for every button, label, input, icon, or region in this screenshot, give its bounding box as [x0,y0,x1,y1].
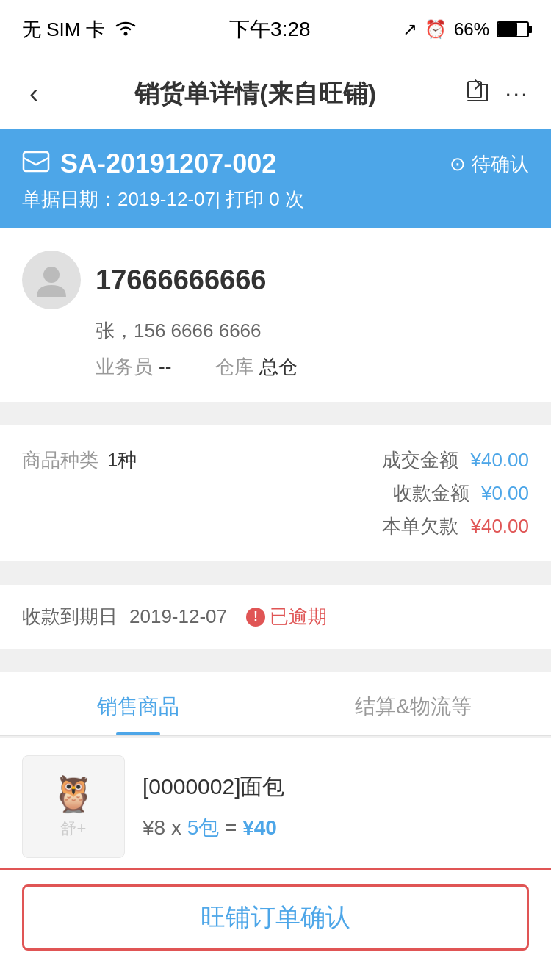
warehouse-label: 仓库 [215,354,253,380]
svg-point-0 [123,32,127,35]
more-icon[interactable]: ··· [505,80,529,107]
order-id-section: SA-20191207-002 [22,148,276,179]
date-value: 2019-12-07 [118,188,215,210]
svg-rect-2 [24,152,48,171]
category-value: 1种 [107,447,137,473]
svg-point-3 [43,267,60,283]
price-total: ¥40 [242,816,277,839]
alarm-icon: ⏰ [425,19,447,40]
tab-sales-products-label: 销售商品 [97,695,179,718]
summary-card: 商品种类 1种 成交金额 ¥40.00 收款金额 ¥0.00 本单欠款 ¥40.… [0,425,551,561]
received-label: 收款金额 [393,480,469,506]
customer-phone: 17666666666 [96,264,266,296]
location-icon: ↗ [403,19,417,40]
customer-card: 17666666666 张，156 6666 6666 业务员 -- 仓库 总仓 [0,228,551,402]
avatar [22,251,81,309]
product-price: ¥8 x 5包 = ¥40 [143,814,529,842]
tabs: 销售商品 结算&物流等 [0,672,551,735]
tab-settlement-logistics-label: 结算&物流等 [355,695,472,718]
overdue-icon: ! [246,608,265,627]
product-card: 🦉 舒+ [0000002]面包 ¥8 x 5包 = ¥40 [0,738,551,876]
bottom-button-wrap: 旺铺订单确认 [0,868,551,980]
price-quantity: 5包 [187,816,220,839]
received-row: 收款金额 ¥0.00 [393,480,529,506]
share-icon[interactable] [465,79,490,109]
overdue-badge: ! 已逾期 [246,604,327,630]
owed-value: ¥40.00 [470,515,529,538]
product-image-inner: 🦉 舒+ [51,774,96,840]
page-title: 销货单详情(来自旺铺) [134,77,376,111]
received-value: ¥0.00 [481,482,529,505]
status-text: 待确认 [472,151,529,177]
owed-label: 本单欠款 [382,514,458,539]
status-left: 无 SIM 卡 [22,17,137,43]
price-base: ¥8 x [143,816,187,839]
product-info: [0000002]面包 ¥8 x 5包 = ¥40 [143,772,529,842]
product-logo-icon: 🦉 [51,774,96,815]
tabs-container: 销售商品 结算&物流等 [0,672,551,736]
category-label: 商品种类 [22,447,98,473]
due-date-label: 收款到期日 [22,604,118,630]
print-label: | 打印 0 次 [215,188,304,210]
tab-sales-products[interactable]: 销售商品 [0,672,276,735]
status-right: ↗ ⏰ 66% [403,19,529,40]
clock-icon: ⊙ [450,153,466,176]
customer-meta: 业务员 -- 仓库 总仓 [96,354,529,380]
back-button[interactable]: ‹ [22,71,46,117]
sales-meta: 业务员 -- [96,354,171,380]
deal-amount-row: 成交金额 ¥40.00 [382,447,529,473]
date-label: 单据日期： [22,188,118,210]
due-date-card: 收款到期日 2019-12-07 ! 已逾期 [0,585,551,649]
customer-name: 张，156 6666 6666 [96,318,529,344]
sales-label: 业务员 [96,354,153,380]
product-brand-text: 舒+ [60,818,87,840]
summary-right: 成交金额 ¥40.00 收款金额 ¥0.00 本单欠款 ¥40.00 [382,447,529,539]
customer-top-row: 17666666666 [22,251,529,309]
divider-1 [0,414,551,425]
summary-left: 商品种类 1种 [22,447,137,473]
product-image: 🦉 舒+ [22,755,125,858]
status-time: 下午3:28 [229,15,311,43]
tab-settlement-logistics[interactable]: 结算&物流等 [276,672,551,735]
battery-percent: 66% [454,19,489,40]
order-header: SA-20191207-002 ⊙ 待确认 单据日期：2019-12-07| 打… [0,129,551,228]
overdue-label: 已逾期 [270,604,327,630]
warehouse-value: 总仓 [259,354,298,380]
divider-3 [0,660,551,672]
due-date-value: 2019-12-07 [129,605,227,628]
confirm-order-button[interactable]: 旺铺订单确认 [22,884,529,951]
battery-icon [497,21,529,37]
carrier-label: 无 SIM 卡 [22,17,105,43]
order-inbox-icon [22,148,50,179]
product-name: [0000002]面包 [143,772,529,802]
order-status: ⊙ 待确认 [450,151,529,177]
deal-amount-label: 成交金额 [382,447,458,473]
order-date-line: 单据日期：2019-12-07| 打印 0 次 [22,187,529,212]
price-equals: = [219,816,242,839]
divider-2 [0,573,551,585]
wifi-icon [114,18,137,41]
sales-value: -- [159,356,171,378]
nav-bar: ‹ 销货单详情(来自旺铺) ··· [0,59,551,129]
deal-amount-value: ¥40.00 [470,449,529,472]
order-id-text: SA-20191207-002 [60,148,276,179]
nav-actions: ··· [465,79,529,109]
status-bar: 无 SIM 卡 下午3:28 ↗ ⏰ 66% [0,0,551,59]
warehouse-meta: 仓库 总仓 [215,354,298,380]
owed-row: 本单欠款 ¥40.00 [382,514,529,539]
